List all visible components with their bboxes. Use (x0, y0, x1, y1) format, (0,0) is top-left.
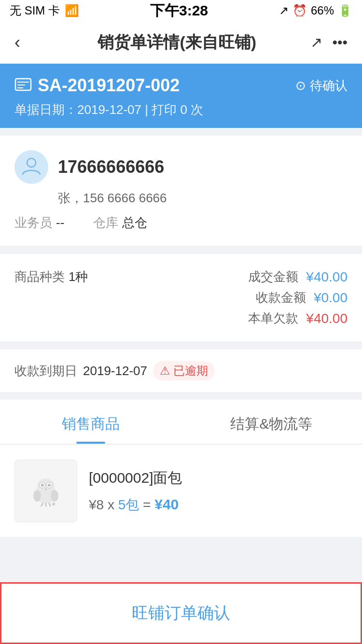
tab-sales-products[interactable]: 销售商品 (0, 400, 181, 444)
due-date-section: 收款到期日 2019-12-07 ⚠ 已逾期 (0, 350, 362, 392)
product-type-value: 1种 (69, 268, 88, 285)
deal-amount-value: ¥40.00 (306, 269, 348, 285)
equals-sign: = (139, 497, 154, 512)
owed-amount-value: ¥40.00 (306, 311, 348, 326)
nav-bar: ‹ 销货单详情(来自旺铺) ↗︎ ••• (0, 21, 362, 64)
due-date-value: 2019-12-07 (83, 364, 147, 378)
tab-settlement-logistics[interactable]: 结算&物流等 (181, 400, 362, 444)
amounts-section: 商品种类 1种 成交金额 ¥40.00 收款金额 ¥0.00 本单欠款 ¥40.… (0, 254, 362, 341)
deal-amount-row: 成交金额 ¥40.00 (248, 268, 348, 285)
warehouse-value: 总仓 (122, 214, 147, 231)
location-icon: ↗ (279, 4, 289, 17)
warehouse-label: 仓库 (93, 214, 118, 231)
share-icon[interactable]: ↗︎ (310, 34, 322, 51)
tab-settlement-label: 结算&物流等 (230, 416, 312, 432)
due-date-label: 收款到期日 (14, 363, 77, 379)
alarm-icon: ⏰ (292, 4, 307, 17)
status-bar-right: ↗ ⏰ 66% 🔋 (279, 4, 352, 17)
product-thumbnail: + (14, 460, 77, 522)
order-header-card: SA-20191207-002 ⊙ 待确认 单据日期：2019-12-07 | … (0, 64, 362, 128)
status-bar: 无 SIM 卡 📶 下午3:28 ↗ ⏰ 66% 🔋 (0, 0, 362, 21)
sales-rep-label: 业务员 (14, 214, 52, 231)
overdue-icon: ⚠ (160, 364, 170, 378)
customer-section: 17666666666 张，156 6666 6666 业务员 -- 仓库 总仓 (0, 136, 362, 246)
divider-2 (0, 341, 362, 342)
tabs-row: 销售商品 结算&物流等 (0, 400, 362, 444)
customer-phone: 17666666666 (58, 157, 164, 177)
product-item: + [0000002]面包 ¥8 x 5包 = ¥40 (14, 460, 348, 522)
owed-amount-row: 本单欠款 ¥40.00 (248, 310, 348, 327)
divider-1 (0, 246, 362, 246)
svg-line-16 (49, 503, 51, 506)
tab-sales-products-label: 销售商品 (62, 416, 120, 432)
wifi-icon: 📶 (65, 4, 79, 17)
page-title: 销货单详情(来自旺铺) (97, 31, 256, 54)
status-badge: ⊙ 待确认 (295, 77, 348, 94)
svg-point-4 (27, 158, 36, 167)
amounts-right: 成交金额 ¥40.00 收款金额 ¥0.00 本单欠款 ¥40.00 (248, 268, 348, 327)
tabs-section: 销售商品 结算&物流等 (0, 400, 362, 444)
product-type-label: 商品种类 (14, 268, 65, 285)
received-amount-value: ¥0.00 (314, 290, 348, 306)
time-display: 下午3:28 (150, 1, 208, 21)
user-icon (21, 154, 42, 180)
order-icon (14, 75, 32, 96)
customer-meta: 业务员 -- 仓库 总仓 (14, 214, 348, 231)
svg-line-14 (41, 503, 43, 506)
price-text: ¥8 x (89, 497, 118, 512)
owed-amount-label: 本单欠款 (248, 310, 298, 327)
clock-icon: ⊙ (295, 78, 306, 93)
battery-icon: 🔋 (338, 4, 352, 17)
status-text: 待确认 (310, 77, 348, 94)
product-type: 商品种类 1种 (14, 268, 88, 285)
customer-name: 张，156 6666 6666 (14, 190, 348, 207)
sales-rep-field: 业务员 -- (14, 214, 64, 231)
status-bar-left: 无 SIM 卡 📶 (10, 3, 79, 18)
back-button[interactable]: ‹ (14, 32, 43, 53)
received-amount-row: 收款金额 ¥0.00 (256, 289, 348, 306)
product-qty: 5包 (118, 497, 139, 512)
warehouse-field: 仓库 总仓 (93, 214, 147, 231)
battery-text: 66% (311, 4, 334, 17)
product-name: [0000002]面包 (89, 468, 348, 488)
overdue-text: 已逾期 (173, 363, 208, 378)
confirm-order-button[interactable]: 旺铺订单确认 (16, 591, 346, 635)
header-top-row: SA-20191207-002 ⊙ 待确认 (14, 75, 348, 96)
product-total: ¥40 (154, 496, 179, 512)
product-info: [0000002]面包 ¥8 x 5包 = ¥40 (89, 468, 348, 514)
customer-top: 17666666666 (14, 150, 348, 184)
order-number: SA-20191207-002 (14, 75, 180, 96)
amounts-row: 商品种类 1种 成交金额 ¥40.00 收款金额 ¥0.00 本单欠款 ¥40.… (14, 268, 348, 327)
confirm-button-container: 旺铺订单确认 (0, 582, 362, 644)
svg-text:+: + (52, 500, 56, 508)
svg-point-8 (41, 484, 44, 487)
order-date: 单据日期：2019-12-07 | 打印 0 次 (14, 101, 348, 118)
svg-point-12 (33, 490, 41, 502)
received-amount-label: 收款金额 (256, 289, 306, 306)
overdue-badge: ⚠ 已逾期 (153, 361, 215, 380)
sales-rep-value: -- (56, 215, 64, 230)
svg-point-10 (48, 484, 51, 487)
product-price: ¥8 x 5包 = ¥40 (89, 496, 348, 514)
product-thumbnail-logo: + (27, 472, 65, 510)
deal-amount-label: 成交金额 (248, 268, 298, 285)
more-options-icon[interactable]: ••• (332, 34, 348, 51)
nav-actions: ↗︎ ••• (310, 34, 348, 51)
carrier-text: 无 SIM 卡 (10, 3, 60, 18)
product-section: + [0000002]面包 ¥8 x 5包 = ¥40 (0, 445, 362, 537)
avatar (14, 150, 48, 184)
